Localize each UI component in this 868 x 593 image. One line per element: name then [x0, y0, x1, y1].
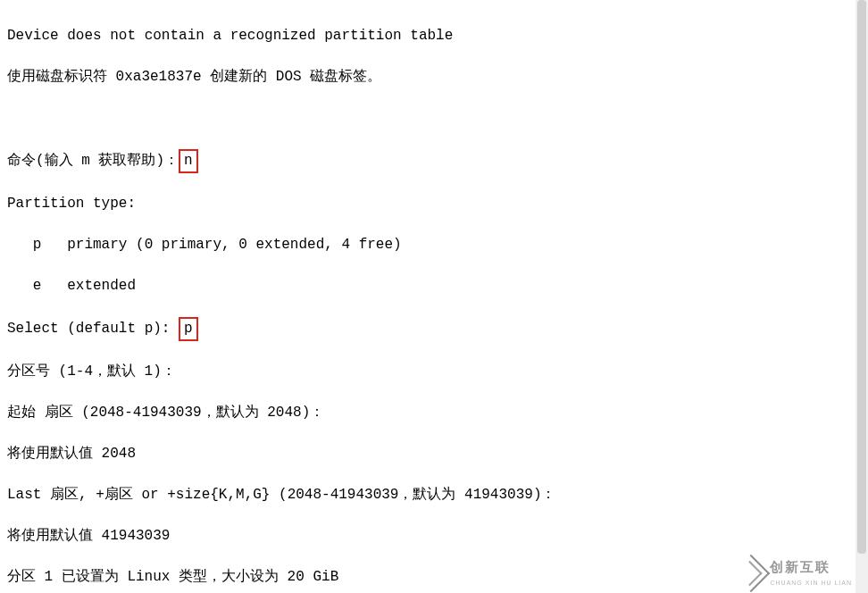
line-option-extended: e extended [7, 276, 861, 296]
watermark-brand: 创新互联 [770, 559, 830, 574]
line-select-p: Select (default p): p [7, 317, 861, 341]
line-last-sector: Last 扇区, +扇区 or +size{K,M,G} (2048-41943… [7, 485, 861, 505]
line-disk-identifier: 使用磁盘标识符 0xa3e1837e 创建新的 DOS 磁盘标签。 [7, 67, 861, 88]
prompt-text: Select (default p): [7, 321, 179, 337]
line-partition-number: 分区号 (1-4，默认 1)： [7, 362, 861, 382]
watermark-text: 创新互联 CHUANG XIN HU LIAN [770, 560, 852, 589]
watermark-logo-icon [732, 555, 770, 592]
highlight-p1: p [179, 317, 198, 341]
scrollbar[interactable] [855, 0, 868, 593]
watermark-sub: CHUANG XIN HU LIAN [770, 580, 852, 586]
watermark: 创新互联 CHUANG XIN HU LIAN [738, 560, 852, 589]
line-first-sector: 起始 扇区 (2048-41943039，默认为 2048)： [7, 403, 861, 423]
terminal-output: Device does not contain a recognized par… [0, 0, 868, 593]
line-command-n: 命令(输入 m 获取帮助)：n [7, 149, 861, 173]
line-option-primary: p primary (0 primary, 0 extended, 4 free… [7, 235, 861, 255]
line-device-warning: Device does not contain a recognized par… [7, 26, 861, 46]
prompt-text: 命令(输入 m 获取帮助)： [7, 153, 179, 169]
line-default-last: 将使用默认值 41943039 [7, 526, 861, 547]
highlight-n: n [179, 149, 198, 173]
line-partition-type: Partition type: [7, 194, 861, 214]
line-partition-set: 分区 1 已设置为 Linux 类型，大小设为 20 GiB [7, 567, 861, 588]
line-default-2048: 将使用默认值 2048 [7, 444, 861, 464]
scrollbar-thumb[interactable] [857, 0, 866, 554]
line-blank [7, 108, 861, 129]
